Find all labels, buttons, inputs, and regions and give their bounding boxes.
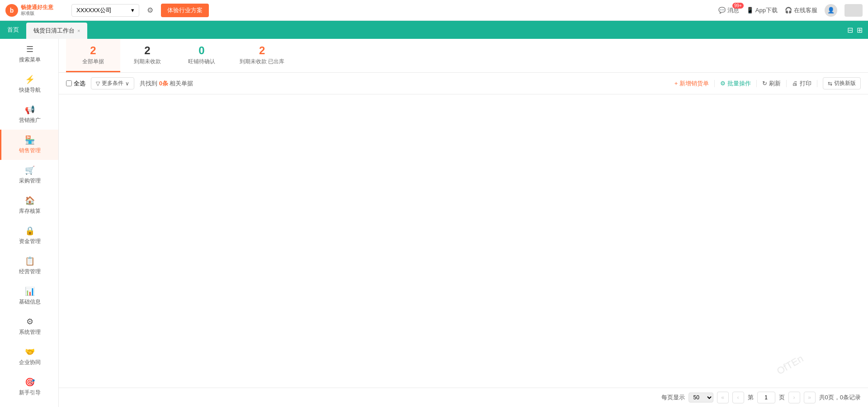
message-action[interactable]: 💬 消息 99+ bbox=[718, 6, 739, 14]
stat-num-wangpu: 0 bbox=[198, 44, 204, 57]
divider-2 bbox=[756, 80, 757, 87]
sidebar-label-operations: 经营管理 bbox=[19, 268, 41, 276]
tab-active-label: 钱货日清工作台 bbox=[33, 27, 75, 35]
sidebar-item-app-center[interactable]: 📦 应用中心 bbox=[0, 402, 58, 407]
stat-tab-wangpu[interactable]: 0 旺铺待确认 bbox=[175, 39, 229, 72]
sidebar-label-search-menu: 搜索菜单 bbox=[19, 56, 41, 64]
switch-button[interactable]: ⇆ 切换新版 bbox=[823, 77, 861, 89]
print-button[interactable]: 🖨 打印 bbox=[792, 80, 811, 88]
sidebar-label-guide: 新手引导 bbox=[19, 389, 41, 397]
tab-home[interactable]: 首页 bbox=[0, 21, 26, 39]
print-icon: 🖨 bbox=[792, 80, 798, 87]
guide-icon: 🎯 bbox=[25, 377, 35, 387]
logo-area: b 畅捷通好生意 标准版 bbox=[5, 4, 64, 17]
tab-active[interactable]: 钱货日清工作台 × bbox=[26, 23, 87, 39]
sidebar-item-search-menu[interactable]: ☰ 搜索菜单 bbox=[0, 39, 58, 69]
stat-tab-all[interactable]: 2 全部单据 bbox=[66, 39, 120, 72]
sidebar-item-inventory[interactable]: 🏠 库存核算 bbox=[0, 190, 58, 220]
new-sales-button[interactable]: + 新增销货单 bbox=[675, 80, 709, 88]
refresh-button[interactable]: ↻ 刷新 bbox=[762, 80, 781, 88]
sidebar-label-finance: 资金管理 bbox=[19, 238, 41, 245]
sidebar-item-sales[interactable]: 🏪 销售管理 bbox=[0, 130, 58, 160]
sidebar-item-operations[interactable]: 📋 经营管理 bbox=[0, 251, 58, 281]
stat-label-wangpu: 旺铺待确认 bbox=[188, 58, 215, 65]
company-name: XXXXXX公司 bbox=[76, 6, 112, 14]
sidebar-item-quick-nav[interactable]: ⚡ 快捷导航 bbox=[0, 69, 58, 99]
download-icon: 📱 bbox=[746, 7, 754, 14]
page-suffix: 页 bbox=[779, 393, 785, 402]
stat-tab-overdue[interactable]: 2 到期未收款 bbox=[120, 39, 175, 72]
batch-icon: ⚙ bbox=[720, 80, 726, 87]
sales-icon: 🏪 bbox=[25, 135, 35, 145]
app-download-label: App下载 bbox=[755, 6, 778, 14]
sidebar: ☰ 搜索菜单 ⚡ 快捷导航 📢 营销推广 🏪 销售管理 🛒 采购管理 🏠 库存核… bbox=[0, 39, 59, 407]
filter-button[interactable]: ▽ 更多条件 ∨ bbox=[91, 77, 134, 89]
operations-icon: 📋 bbox=[25, 256, 35, 266]
sidebar-item-enterprise[interactable]: 🤝 企业协同 bbox=[0, 342, 58, 372]
divider-4 bbox=[817, 80, 817, 87]
sidebar-label-enterprise: 企业协同 bbox=[19, 359, 41, 366]
table-area bbox=[59, 94, 868, 388]
toolbar: 全选 ▽ 更多条件 ∨ 共找到 0条 相关单据 + 新增销货单 ⚙ 批量操作 bbox=[59, 73, 868, 94]
logo-text: 畅捷通好生意 标准版 bbox=[21, 4, 53, 16]
found-count: 0条 bbox=[159, 80, 168, 87]
stat-label-all: 全部单据 bbox=[82, 58, 104, 65]
stats-tabs: 2 全部单据 2 到期未收款 0 旺铺待确认 2 到期未收款 已出库 bbox=[59, 39, 868, 73]
last-page-button[interactable]: » bbox=[804, 392, 816, 403]
stat-num-all: 2 bbox=[90, 44, 96, 57]
tab-close-icon[interactable]: × bbox=[77, 28, 80, 33]
batch-label: 批量操作 bbox=[727, 80, 751, 88]
quick-nav-icon: ⚡ bbox=[25, 75, 35, 84]
trial-button[interactable]: 体验行业方案 bbox=[161, 4, 209, 17]
stat-num-overdue: 2 bbox=[144, 44, 150, 57]
toolbar-right: + 新增销货单 ⚙ 批量操作 ↻ 刷新 🖨 打印 ⇆ bbox=[675, 77, 861, 89]
per-page-select[interactable]: 50 10 20 100 bbox=[689, 393, 713, 402]
sidebar-item-finance[interactable]: 🔒 资金管理 bbox=[0, 220, 58, 251]
print-label: 打印 bbox=[800, 80, 811, 88]
stat-label-overdue: 到期未收款 bbox=[134, 58, 161, 65]
search-menu-icon: ☰ bbox=[26, 44, 33, 54]
company-selector[interactable]: XXXXXX公司 ▾ bbox=[71, 4, 139, 17]
settings-button[interactable]: ⚙ bbox=[143, 3, 157, 18]
switch-label: 切换新版 bbox=[834, 80, 856, 87]
avatar[interactable]: 👤 bbox=[825, 4, 837, 17]
filter-label: 更多条件 bbox=[102, 80, 123, 87]
app-download-action[interactable]: 📱 App下载 bbox=[746, 6, 778, 14]
select-all-checkbox[interactable]: 全选 bbox=[66, 80, 85, 88]
basic-info-icon: 📊 bbox=[25, 286, 35, 296]
sidebar-label-inventory: 库存核算 bbox=[19, 207, 41, 215]
batch-button[interactable]: ⚙ 批量操作 bbox=[720, 80, 751, 88]
page-input[interactable] bbox=[757, 392, 775, 403]
sidebar-item-marketing[interactable]: 📢 营销推广 bbox=[0, 99, 58, 130]
stat-tab-overdue-out[interactable]: 2 到期未收款 已出库 bbox=[229, 39, 295, 72]
sidebar-item-system[interactable]: ⚙ 系统管理 bbox=[0, 311, 58, 342]
prev-page-button[interactable]: ‹ bbox=[732, 392, 744, 403]
sidebar-label-purchase: 采购管理 bbox=[19, 177, 41, 185]
online-service-action[interactable]: 🎧 在线客服 bbox=[785, 6, 817, 14]
select-all-input[interactable] bbox=[66, 80, 72, 86]
sidebar-item-purchase[interactable]: 🛒 采购管理 bbox=[0, 160, 58, 190]
main-layout: ☰ 搜索菜单 ⚡ 快捷导航 📢 营销推广 🏪 销售管理 🛒 采购管理 🏠 库存核… bbox=[0, 39, 868, 407]
found-suffix: 相关单据 bbox=[170, 80, 193, 87]
inventory-icon: 🏠 bbox=[25, 196, 35, 206]
top-header: b 畅捷通好生意 标准版 XXXXXX公司 ▾ ⚙ 体验行业方案 💬 消息 99… bbox=[0, 0, 868, 21]
message-icon: 💬 bbox=[718, 7, 726, 14]
stat-num-overdue-out: 2 bbox=[259, 44, 265, 57]
message-badge: 99+ bbox=[732, 3, 744, 9]
sidebar-item-guide[interactable]: 🎯 新手引导 bbox=[0, 372, 58, 402]
sidebar-item-basic-info[interactable]: 📊 基础信息 bbox=[0, 281, 58, 311]
first-page-button[interactable]: « bbox=[717, 392, 729, 403]
next-page-button[interactable]: › bbox=[788, 392, 800, 403]
stat-label-overdue-out: 到期未收款 已出库 bbox=[240, 58, 284, 65]
tab-minimize-button[interactable]: ⊟ bbox=[847, 26, 853, 34]
avatar-icon: 👤 bbox=[827, 7, 835, 14]
pagination: 每页显示 50 10 20 100 « ‹ 第 页 › » 共0页，0条记录 bbox=[59, 388, 868, 407]
logo-main: 畅捷通好生意 bbox=[21, 4, 53, 10]
sidebar-label-sales: 销售管理 bbox=[19, 147, 41, 154]
user-menu[interactable] bbox=[844, 4, 863, 17]
total-info: 共0页，0条记录 bbox=[819, 393, 861, 402]
purchase-icon: 🛒 bbox=[25, 165, 35, 175]
tab-maximize-button[interactable]: ⊞ bbox=[857, 26, 863, 34]
refresh-label: 刷新 bbox=[769, 80, 781, 88]
service-icon: 🎧 bbox=[785, 7, 792, 14]
